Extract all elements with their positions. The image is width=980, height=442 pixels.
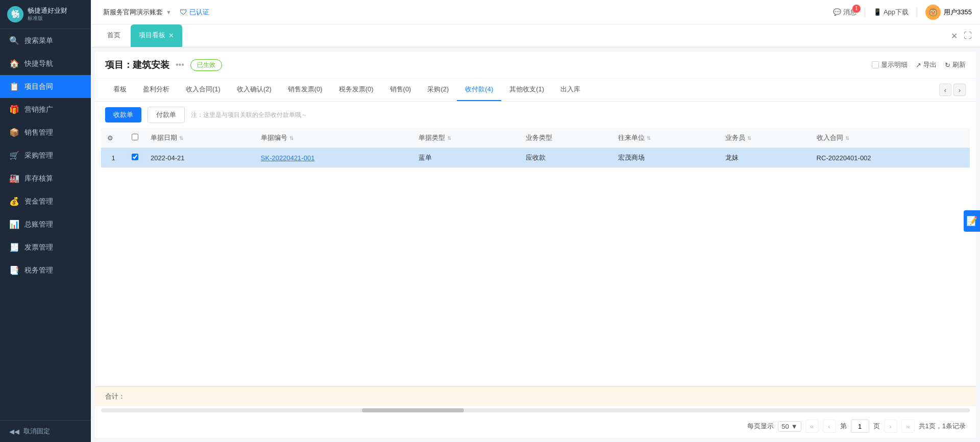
- th-salesman[interactable]: 业务员 ⇅: [719, 128, 811, 148]
- th-number[interactable]: 单据编号 ⇅: [255, 128, 412, 148]
- scroll-bar[interactable]: [101, 408, 970, 412]
- shield-icon: 🛡: [180, 8, 187, 16]
- per-page-chevron-icon: ▼: [791, 423, 798, 430]
- sidebar-unpin[interactable]: ◀◀ 取消固定: [0, 420, 91, 442]
- sub-tab-board[interactable]: 看板: [105, 79, 135, 101]
- float-panel[interactable]: 📝: [964, 210, 980, 232]
- sidebar-item-tax[interactable]: 📑 税务管理: [0, 259, 91, 282]
- page-label: 第: [840, 422, 847, 431]
- message-button[interactable]: 💬 消息 1: [833, 8, 856, 17]
- sidebar-item-nav[interactable]: 🏠 快捷导航: [0, 52, 91, 75]
- th-type-label: 单据类型: [419, 133, 445, 142]
- logo-sub: 标准版: [28, 15, 67, 22]
- th-income-contract[interactable]: 收入合同 ⇅: [811, 128, 970, 148]
- tab-bar: 首页 项目看板 ✕ ✕ ⛶: [91, 24, 980, 47]
- sort-contract-icon: ⇅: [845, 135, 849, 141]
- tab-close-icon[interactable]: ✕: [168, 32, 174, 39]
- total-pages-label: 共1页，1条记录: [919, 422, 966, 431]
- sub-tab-profit[interactable]: 盈利分析: [135, 79, 178, 101]
- next-page-button[interactable]: ›: [884, 420, 897, 433]
- show-detail-checkbox[interactable]: 显示明细: [872, 60, 908, 69]
- user-info[interactable]: 🐵 用户3355: [925, 5, 972, 20]
- sidebar-item-purchase[interactable]: 🛒 采购管理: [0, 144, 91, 167]
- unpin-label: 取消固定: [23, 427, 50, 436]
- sub-tab-tax-invoice-label: 税务发票(0): [339, 85, 374, 93]
- th-partner[interactable]: 往来单位 ⇅: [612, 128, 719, 148]
- tab-window-btns: ✕ ⛶: [951, 31, 972, 41]
- tab-project-board[interactable]: 项目看板 ✕: [131, 24, 182, 47]
- invoice-nav-icon: 🧾: [9, 242, 19, 252]
- export-button[interactable]: ↗ 导出: [916, 60, 937, 69]
- message-icon: 💬: [833, 8, 841, 16]
- sort-partner-icon: ⇅: [647, 135, 651, 141]
- sub-tab-other-expense[interactable]: 其他收支(1): [501, 79, 552, 101]
- table-body: 1 2022-04-21 SK-20220421-001 蓝单 应收款 宏茂商场…: [101, 148, 970, 168]
- per-page-value: 50: [781, 423, 789, 430]
- tab-home[interactable]: 首页: [99, 24, 129, 47]
- sort-date-icon: ⇅: [179, 135, 183, 141]
- sidebar-item-search-label: 搜索菜单: [24, 36, 53, 45]
- tab-home-label: 首页: [107, 31, 120, 39]
- first-page-button[interactable]: «: [805, 420, 819, 433]
- th-type[interactable]: 单据类型 ⇅: [412, 128, 520, 148]
- home-nav-icon: 🏠: [9, 59, 19, 68]
- scroll-thumb[interactable]: [362, 408, 464, 412]
- logo-text: 畅捷通好业财: [28, 7, 67, 15]
- topbar: 新服务官网演示账套 ▼ 🛡 已认证 💬 消息 1 📱 App下载 🐵 用: [91, 0, 980, 24]
- sub-tab-sales-label: 销售(0): [390, 85, 411, 93]
- sub-tab-sales[interactable]: 销售(0): [382, 79, 420, 101]
- window-close-icon[interactable]: ✕: [951, 31, 958, 41]
- th-setting[interactable]: ⚙: [101, 128, 126, 148]
- sub-tab-purchase-label: 采购(2): [427, 85, 449, 93]
- sidebar-item-inventory[interactable]: 🏭 库存核算: [0, 167, 91, 190]
- row-checkbox-cell[interactable]: [126, 148, 144, 168]
- sub-tab-profit-label: 盈利分析: [143, 85, 169, 93]
- sidebar-item-invoice[interactable]: 🧾 发票管理: [0, 236, 91, 259]
- select-all-checkbox[interactable]: [132, 134, 138, 140]
- sub-tab-next-arrow[interactable]: ›: [953, 84, 966, 96]
- search-nav-icon: 🔍: [9, 36, 19, 45]
- payment-tab-button[interactable]: 付款单: [148, 107, 185, 123]
- per-page-select[interactable]: 50 ▼: [778, 421, 801, 432]
- sidebar-item-project[interactable]: 📋 项目合同: [0, 75, 91, 98]
- sub-tab-tax-invoice[interactable]: 税务发票(0): [331, 79, 382, 101]
- sub-tab-purchase[interactable]: 采购(2): [419, 79, 457, 101]
- project-nav-icon: 📋: [9, 82, 19, 91]
- topbar-divider: [865, 7, 865, 17]
- project-title: 项目：建筑安装: [105, 59, 169, 71]
- sub-tab-income-contract[interactable]: 收入合同(1): [178, 79, 229, 101]
- th-date[interactable]: 单据日期 ⇅: [144, 128, 255, 148]
- sort-type-icon: ⇅: [447, 135, 451, 141]
- prev-page-button[interactable]: ‹: [823, 420, 836, 433]
- sub-tab-prev-arrow[interactable]: ‹: [939, 84, 951, 96]
- row-checkbox[interactable]: [132, 154, 138, 160]
- sub-tab-payment[interactable]: 收付款(4): [457, 79, 501, 101]
- last-page-button[interactable]: »: [901, 420, 915, 433]
- sidebar-item-marketing[interactable]: 🎁 营销推广: [0, 98, 91, 121]
- sub-tab-in-out[interactable]: 出入库: [552, 79, 589, 101]
- sidebar-item-ledger[interactable]: 📊 总账管理: [0, 213, 91, 236]
- row-number-link[interactable]: SK-20220421-001: [261, 154, 315, 162]
- tab-project-board-label: 项目看板: [139, 31, 165, 40]
- refresh-button[interactable]: ↻ 刷新: [945, 60, 966, 69]
- topbar-right: 💬 消息 1 📱 App下载 🐵 用户3355: [833, 5, 972, 20]
- page-input[interactable]: [851, 420, 869, 433]
- th-date-label: 单据日期: [151, 133, 177, 142]
- sidebar-item-finance[interactable]: 💰 资金管理: [0, 190, 91, 213]
- row-biz-type: 应收款: [520, 148, 612, 168]
- ledger-nav-icon: 📊: [9, 219, 19, 229]
- project-more-icon[interactable]: •••: [176, 60, 184, 69]
- th-checkbox[interactable]: [126, 128, 144, 148]
- action-bar: 收款单 付款单 注：这里是与项目关联的全部收付款单哦～: [95, 102, 976, 128]
- avatar: 🐵: [925, 5, 941, 20]
- sidebar-item-sales[interactable]: 📦 销售管理: [0, 121, 91, 144]
- receipt-tab-button[interactable]: 收款单: [105, 107, 141, 122]
- sub-tab-sales-invoice[interactable]: 销售发票(0): [280, 79, 331, 101]
- phone-icon: 📱: [873, 8, 881, 16]
- sub-tab-income-confirm[interactable]: 收入确认(2): [229, 79, 280, 101]
- window-maximize-icon[interactable]: ⛶: [964, 31, 972, 40]
- topbar-left: 新服务官网演示账套 ▼ 🛡 已认证: [99, 6, 827, 19]
- account-selector[interactable]: 新服务官网演示账套 ▼: [99, 6, 176, 19]
- sidebar-item-search[interactable]: 🔍 搜索菜单: [0, 29, 91, 52]
- app-download-button[interactable]: 📱 App下载: [873, 8, 909, 17]
